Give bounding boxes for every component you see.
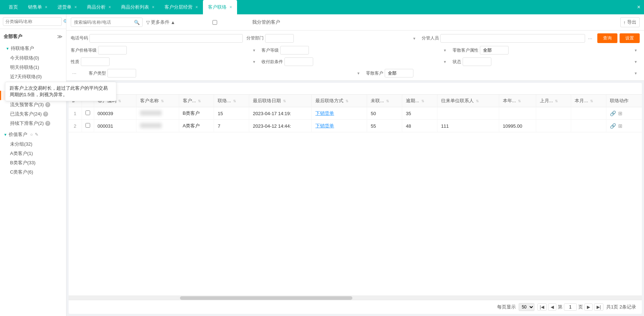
sidebar-item-today[interactable]: 今天待联络(0) (0, 53, 66, 63)
phone-input[interactable] (89, 34, 243, 43)
nav-item-home[interactable]: 首页 (4, 0, 23, 14)
sidebar-item-classA[interactable]: A类客户(1) (0, 149, 66, 158)
export-button[interactable]: ↑ 导出 (620, 17, 640, 27)
row-1-last-method-link[interactable]: 下销货单 (315, 110, 334, 116)
col-type-label: 客户... (183, 98, 196, 103)
table-area: ⚙ # 客户编码 ⇅ 客户名称 (69, 83, 642, 314)
first-page-button[interactable]: |◀ (537, 303, 547, 311)
lost-risk-help-icon[interactable]: ? (45, 102, 50, 107)
col-contact-num: 联络... ⇅ (214, 95, 249, 107)
page-input[interactable] (564, 303, 577, 311)
sidebar-search-area: 🔍 (0, 14, 66, 29)
scrollbar-thumb[interactable] (180, 296, 352, 300)
retail-customer-select[interactable]: 全部 (385, 69, 413, 77)
more-conditions-chevron: ▲ (171, 20, 175, 25)
nav-item-product-list[interactable]: 商品分析列表 × (116, 0, 159, 14)
col-uncontacted-sort[interactable]: ⇅ (386, 99, 389, 103)
main-search-input[interactable] (71, 18, 143, 27)
row-2-code: 000031 (94, 120, 136, 132)
branch-person-more-icon[interactable]: ··· (587, 36, 594, 41)
nav-product-analysis-close[interactable]: × (108, 0, 111, 14)
nav-purchase-close[interactable]: × (74, 0, 77, 14)
nav-customer-layered-close[interactable]: × (195, 0, 198, 14)
col-related-sort[interactable]: ⇅ (476, 99, 479, 103)
col-this-year-sort[interactable]: ⇅ (518, 99, 521, 103)
already-lost-help-icon[interactable]: ? (43, 112, 48, 117)
row-2-checkbox[interactable] (85, 123, 90, 128)
row-2-grid-icon[interactable]: ⊞ (618, 123, 622, 129)
col-overdue-sort[interactable]: ⇅ (421, 99, 424, 103)
per-page-select[interactable]: 50 (519, 303, 534, 311)
settings-button[interactable]: 设置 (620, 33, 640, 43)
col-contact-num-label: 联络... (218, 98, 231, 103)
next-page-button[interactable]: ▶ (584, 303, 593, 311)
row-1-link-icon[interactable]: 🔗 (610, 110, 616, 116)
my-customers-checkbox[interactable] (179, 20, 251, 25)
nav-item-product-analysis[interactable]: 商品分析 × (82, 0, 116, 14)
nav-customer-contact-close[interactable]: × (230, 0, 232, 14)
sidebar-item-classB[interactable]: B类客户(33) (0, 158, 66, 168)
row-1-last-date: 2023-04-17 14:19: (249, 107, 312, 120)
query-button[interactable]: 查询 (597, 33, 617, 43)
prev-page-button[interactable]: ◀ (548, 303, 556, 311)
nav-product-list-close[interactable]: × (152, 0, 154, 14)
last-page-button[interactable]: ▶| (594, 303, 603, 311)
gender-select[interactable] (81, 57, 110, 66)
status-select[interactable] (463, 57, 491, 66)
sidebar-item-tomorrow[interactable]: 明天待联络(1) (0, 63, 66, 72)
gender-chevron-icon: ▼ (252, 60, 256, 64)
sidebar-pending-contact-title[interactable]: ▼ 待联络客户 (0, 43, 66, 53)
col-code-sort[interactable]: ⇅ (118, 99, 121, 103)
branch-dept-select[interactable] (265, 34, 294, 43)
sidebar-item-lost-risk[interactable]: 流失预警客户(3) ? (0, 100, 66, 109)
sidebar-item-declining[interactable]: 持续下滑客户(2) ? (0, 119, 66, 128)
value-settings-icon[interactable]: ✎ (35, 132, 38, 137)
customer-type-select[interactable] (107, 69, 136, 77)
retail-attr-select[interactable]: 全部 (480, 46, 509, 55)
sidebar-item-already-lost[interactable]: 已流失客户(24) ? (0, 109, 66, 119)
sidebar-collapse-button[interactable]: ≫ (57, 34, 62, 39)
col-last-month-sort[interactable]: ⇅ (555, 99, 558, 103)
sidebar-search-icon[interactable]: 🔍 (63, 19, 66, 24)
col-last-date-sort[interactable]: ⇅ (283, 99, 286, 103)
customer-type-chevron-icon: ▼ (357, 71, 360, 75)
customer-type-label: 客户类型 (89, 70, 106, 76)
branch-person-input[interactable] (440, 34, 585, 43)
nav-item-customer-layered[interactable]: 客户分层经营 × (159, 0, 203, 14)
horizontal-scrollbar[interactable] (69, 296, 642, 300)
row-2-last-method-link[interactable]: 下销货单 (315, 123, 334, 128)
col-contact-num-sort[interactable]: ⇅ (233, 99, 236, 103)
nav-item-sales[interactable]: 销售单 × (23, 0, 52, 14)
payment-select[interactable] (284, 57, 313, 66)
col-name-sort[interactable]: ⇅ (161, 99, 164, 103)
sidebar-search-input[interactable] (3, 17, 62, 26)
close-all-button[interactable]: × (637, 4, 640, 10)
nav-item-purchase[interactable]: 进货单 × (52, 0, 82, 14)
customer-level-select[interactable] (280, 46, 309, 55)
sidebar-item-classC[interactable]: C类客户(6) (0, 168, 66, 177)
col-last-method-sort[interactable]: ⇅ (346, 99, 348, 103)
page-label: 第 (558, 304, 562, 310)
price-level-select[interactable] (98, 46, 127, 55)
sidebar-value-group-header[interactable]: ▼ 价值客户 ○ ✎ (0, 129, 66, 140)
row-2-link-icon[interactable]: 🔗 (610, 123, 616, 129)
col-type-sort[interactable]: ⇅ (198, 99, 201, 103)
phone-label: 电话号码 (71, 35, 88, 41)
nav-item-customer-contact[interactable]: 客户联络 × (203, 0, 237, 14)
filter-panel: 电话号码 分管部门 ▼ 分管人员 ··· (66, 30, 644, 81)
sidebar-item-7days[interactable]: 近7天待联络(0) (0, 72, 66, 81)
filter-more-icon[interactable]: ··· (71, 70, 78, 76)
nav-sales-close[interactable]: × (45, 0, 47, 14)
row-1-last-month (536, 107, 571, 120)
classC-label: C类客户(6) (10, 169, 33, 175)
col-this-month-sort[interactable]: ⇅ (590, 99, 593, 103)
more-conditions-button[interactable]: ▽ 更多条件 ▲ (146, 19, 175, 25)
table-scroll[interactable]: # 客户编码 ⇅ 客户名称 ⇅ 客户... (69, 95, 642, 296)
value-edit-icon[interactable]: ○ (30, 132, 33, 137)
row-1-checkbox[interactable] (85, 110, 90, 115)
row-1-grid-icon[interactable]: ⊞ (618, 110, 622, 116)
main-search-icon[interactable]: 🔍 (134, 20, 140, 25)
declining-help-icon[interactable]: ? (45, 121, 50, 126)
col-this-month: 本月... ⇅ (571, 95, 606, 107)
sidebar-item-unclassified[interactable]: 未分组(32) (0, 140, 66, 149)
